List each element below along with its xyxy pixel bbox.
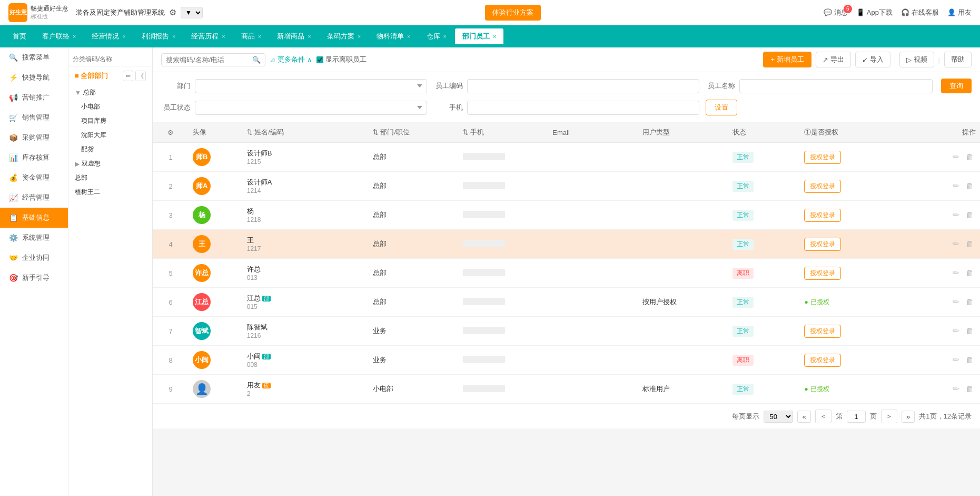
edit-btn[interactable]: ✏	[951, 151, 962, 163]
dept-select[interactable]	[195, 79, 427, 93]
auth-login-btn[interactable]: 授权登录	[804, 151, 841, 164]
sidebar-item-快捷导航[interactable]: ⚡快捷导航	[0, 67, 68, 87]
nav-tab-商品[interactable]: 商品×	[234, 28, 269, 44]
sidebar-item-营销推广[interactable]: 📢营销推广	[0, 87, 68, 108]
dept-item-xiaodibu[interactable]: 小电部	[68, 100, 152, 114]
nav-tab-新增商品[interactable]: 新增商品×	[270, 28, 318, 44]
delete-btn[interactable]: 🗑	[964, 267, 976, 278]
auth-login-btn[interactable]: 授权登录	[804, 325, 841, 338]
page-number-input[interactable]	[847, 411, 866, 423]
auth-login-btn[interactable]: 授权登录	[804, 354, 841, 367]
first-page-btn[interactable]: «	[797, 411, 810, 423]
message-icon-area[interactable]: 💬 6 消息	[824, 8, 848, 17]
sidebar-item-采购管理[interactable]: 📦采购管理	[0, 128, 68, 148]
add-employee-button[interactable]: + 新增员工	[763, 52, 811, 67]
auth-login-btn[interactable]: 授权登录	[804, 267, 841, 280]
status-select[interactable]	[195, 101, 427, 115]
nav-tab-利润报告[interactable]: 利润报告×	[134, 28, 183, 44]
sidebar-item-搜索菜单[interactable]: 🔍搜索菜单	[0, 47, 68, 67]
tab-close-icon[interactable]: ×	[308, 33, 311, 40]
trial-button[interactable]: 体验行业方案	[485, 5, 541, 21]
search-icon[interactable]: 🔍	[252, 56, 261, 64]
nav-tab-经营情况[interactable]: 经营情况×	[84, 28, 133, 44]
empcode-input[interactable]	[467, 79, 699, 93]
prev-page-btn[interactable]: ＜	[815, 410, 831, 423]
help-button[interactable]: 帮助	[944, 52, 972, 67]
edit-btn[interactable]: ✏	[951, 354, 962, 366]
dept-item-shuangxu[interactable]: ▶ 双虚想	[68, 157, 152, 171]
edit-btn[interactable]: ✏	[951, 383, 962, 395]
nav-tab-经营历程[interactable]: 经营历程×	[184, 28, 232, 44]
edit-btn[interactable]: ✏	[951, 209, 962, 221]
auth-login-btn[interactable]: 授权登录	[804, 238, 841, 251]
phone-input[interactable]	[467, 101, 699, 115]
sidebar-item-库存核算[interactable]: 📊库存核算	[0, 148, 68, 168]
delete-btn[interactable]: 🗑	[964, 180, 976, 191]
sidebar-item-系统管理[interactable]: ⚙️系统管理	[0, 228, 68, 248]
sidebar-icon: 📈	[8, 193, 18, 202]
show-resigned-wrap[interactable]: 显示离职员工	[316, 55, 367, 64]
export-button[interactable]: ↗ 导出	[816, 52, 851, 67]
tab-close-icon[interactable]: ×	[358, 33, 361, 40]
edit-btn[interactable]: ✏	[951, 296, 962, 308]
dept-item-peihuo[interactable]: 配货	[68, 142, 152, 157]
delete-btn[interactable]: 🗑	[964, 238, 976, 249]
more-filter-btn[interactable]: ⊿ 更多条件 ∧	[270, 55, 312, 64]
last-page-btn[interactable]: »	[902, 411, 915, 423]
delete-btn[interactable]: 🗑	[964, 296, 976, 307]
tab-close-icon[interactable]: ×	[222, 33, 225, 40]
delete-btn[interactable]: 🗑	[964, 383, 976, 394]
dept-item-zhishu[interactable]: 植树王二	[68, 185, 152, 199]
dept-item-zongbu[interactable]: 总部	[68, 171, 152, 185]
edit-btn[interactable]: ✏	[951, 180, 962, 192]
tab-close-icon[interactable]: ×	[443, 33, 447, 40]
tab-close-icon[interactable]: ×	[258, 33, 261, 40]
sidebar-item-经营管理[interactable]: 📈经营管理	[0, 188, 68, 208]
sidebar-item-基础信息[interactable]: 📋基础信息	[0, 208, 68, 228]
video-button[interactable]: ▷ 视频	[899, 52, 934, 67]
dept-item-general[interactable]: ▼ 总部	[68, 85, 152, 100]
nav-tab-首页[interactable]: 首页	[5, 28, 34, 44]
nav-tab-部门员工[interactable]: 部门员工×	[455, 28, 503, 44]
auth-login-btn[interactable]: 授权登录	[804, 209, 841, 222]
delete-btn[interactable]: 🗑	[964, 354, 976, 365]
nav-tab-物料清单[interactable]: 物料清单×	[369, 28, 418, 44]
edit-btn[interactable]: ✏	[951, 267, 962, 279]
sidebar-item-新手引导[interactable]: 🎯新手引导	[0, 268, 68, 288]
dept-edit-btn[interactable]: ✏	[123, 71, 133, 81]
app-download-area[interactable]: 📱 App下载	[856, 8, 893, 17]
nav-tab-条码方案[interactable]: 条码方案×	[320, 28, 368, 44]
show-resigned-checkbox[interactable]	[316, 56, 323, 63]
dept-item-project[interactable]: 项目库房	[68, 114, 152, 128]
next-page-btn[interactable]: ＞	[881, 410, 897, 423]
sidebar-item-销售管理[interactable]: 🛒销售管理	[0, 108, 68, 128]
search-input[interactable]	[166, 56, 250, 64]
query-button[interactable]: 查询	[941, 79, 972, 93]
empname-input[interactable]	[739, 79, 933, 93]
sidebar-item-企业协同[interactable]: 🤝企业协同	[0, 248, 68, 268]
nav-tab-客户联络[interactable]: 客户联络×	[35, 28, 83, 44]
edit-btn[interactable]: ✏	[951, 238, 962, 250]
sys-dropdown[interactable]: ▼	[181, 7, 203, 18]
tab-close-icon[interactable]: ×	[73, 33, 76, 40]
tab-close-icon[interactable]: ×	[122, 33, 125, 40]
online-service-area[interactable]: 🎧 在线客服	[901, 8, 939, 17]
edit-btn[interactable]: ✏	[951, 325, 962, 337]
dept-item-shenyang[interactable]: 沈阳大库	[68, 128, 152, 142]
import-button[interactable]: ↙ 导入	[855, 52, 890, 67]
delete-btn[interactable]: 🗑	[964, 209, 976, 220]
user-area[interactable]: 👤 用友	[947, 8, 972, 17]
reset-button[interactable]: 设置	[706, 100, 737, 115]
nav-tab-仓库[interactable]: 仓库×	[419, 28, 454, 44]
delete-btn[interactable]: 🗑	[964, 151, 976, 162]
tab-close-icon[interactable]: ×	[493, 33, 496, 40]
delete-btn[interactable]: 🗑	[964, 325, 976, 336]
gear-button[interactable]: ⚙	[169, 7, 176, 17]
dept-collapse-btn[interactable]: 《	[135, 71, 146, 81]
auth-login-btn[interactable]: 授权登录	[804, 180, 841, 193]
tab-close-icon[interactable]: ×	[407, 33, 410, 40]
per-page-select[interactable]: 5020100	[764, 411, 793, 423]
dept-search-input[interactable]	[73, 55, 152, 63]
sidebar-item-资金管理[interactable]: 💰资金管理	[0, 168, 68, 188]
tab-close-icon[interactable]: ×	[172, 33, 175, 40]
